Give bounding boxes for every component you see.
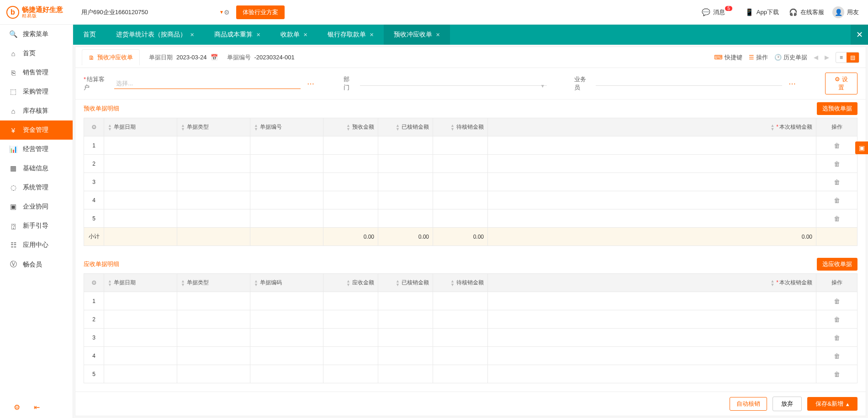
gear-icon[interactable]: ⚙ xyxy=(91,279,97,286)
table-row[interactable]: 3🗑 xyxy=(84,329,857,347)
prev-icon[interactable]: ◀ xyxy=(814,54,818,61)
table-row[interactable]: 1🗑 xyxy=(84,136,857,155)
sort-icon[interactable]: ▲▼ xyxy=(254,124,258,131)
delete-icon[interactable]: 🗑 xyxy=(834,334,840,341)
sidebar-item-9[interactable]: ▣企业协同 xyxy=(0,197,73,216)
customer-input[interactable] xyxy=(114,78,301,89)
sidebar-item-11[interactable]: ☷应用中心 xyxy=(0,235,73,255)
delete-icon[interactable]: 🗑 xyxy=(834,178,840,186)
sort-icon[interactable]: ▲▼ xyxy=(181,279,185,287)
company-name: 用户690企业1660120750 xyxy=(81,8,148,16)
sidebar-item-label: 企业协同 xyxy=(23,203,48,211)
history-link[interactable]: 🕑历史单据 xyxy=(774,53,807,62)
doc-date[interactable]: 2023-03-24 xyxy=(176,54,207,61)
sidebar-item-7[interactable]: ▦基础信息 xyxy=(0,159,73,178)
sort-icon[interactable]: ▲▼ xyxy=(770,279,774,287)
table-row[interactable]: 5🗑 xyxy=(84,365,857,383)
delete-icon[interactable]: 🗑 xyxy=(834,352,840,360)
dept-select[interactable]: ▼ xyxy=(360,82,547,86)
delete-icon[interactable]: 🗑 xyxy=(834,316,840,323)
table-row[interactable]: 2🗑 xyxy=(84,155,857,173)
discard-button[interactable]: 放弃 xyxy=(773,397,802,411)
sort-icon[interactable]: ▲▼ xyxy=(108,124,112,131)
close-icon[interactable]: ✕ xyxy=(436,32,440,38)
sidebar-icon: ⍰ xyxy=(9,222,17,230)
table-row[interactable]: 4🗑 xyxy=(84,191,857,209)
messages-link[interactable]: 💬 消息 5 xyxy=(702,8,735,16)
sidebar-item-3[interactable]: ⬚采购管理 xyxy=(0,82,73,101)
gear-icon[interactable]: ⚙ xyxy=(91,124,97,131)
service-link[interactable]: 🎧 在线客服 xyxy=(789,8,824,16)
sort-icon[interactable]: ▲▼ xyxy=(181,124,185,131)
close-all-tabs[interactable]: ✕ xyxy=(851,25,868,45)
sidebar-item-12[interactable]: Ⓥ畅会员 xyxy=(0,255,73,274)
sort-icon[interactable]: ▲▼ xyxy=(450,124,455,131)
sidebar-item-2[interactable]: ⎘销售管理 xyxy=(0,63,73,82)
tab-1[interactable]: 进货单统计表（按商品）✕ xyxy=(106,25,204,45)
close-icon[interactable]: ✕ xyxy=(190,32,194,38)
customer-lookup-icon[interactable]: ⋯ xyxy=(305,79,316,88)
delete-icon[interactable]: 🗑 xyxy=(834,160,840,167)
delete-icon[interactable]: 🗑 xyxy=(834,142,840,149)
save-button[interactable]: 保存&新增▴ xyxy=(807,397,857,411)
sort-icon[interactable]: ▲▼ xyxy=(254,279,258,287)
table-row[interactable]: 5🗑 xyxy=(84,209,857,228)
sort-icon[interactable]: ▲▼ xyxy=(770,124,774,131)
sidebar-item-10[interactable]: ⍰新手引导 xyxy=(0,216,73,235)
next-icon[interactable]: ▶ xyxy=(825,54,829,61)
page-tab[interactable]: 🗎 预收冲应收单 xyxy=(82,49,140,65)
select-receivable-button[interactable]: 选应收单据 xyxy=(817,258,857,271)
tab-0[interactable]: 首页 xyxy=(73,25,106,45)
operate-link[interactable]: ☰操作 xyxy=(749,53,768,62)
view-list[interactable]: ≡ xyxy=(836,52,847,63)
auto-writeoff-button[interactable]: 自动核销 xyxy=(730,397,767,411)
chevron-down-icon: ▼ xyxy=(219,10,224,15)
delete-icon[interactable]: 🗑 xyxy=(834,215,840,222)
sort-icon[interactable]: ▲▼ xyxy=(108,279,112,287)
settings-button[interactable]: ⚙ 设置 xyxy=(825,73,857,94)
float-panel[interactable]: ▣ xyxy=(855,141,868,154)
sort-icon[interactable]: ▲▼ xyxy=(346,124,350,131)
view-detail[interactable]: ▤ xyxy=(847,52,859,63)
experience-button[interactable]: 体验行业方案 xyxy=(236,5,285,19)
delete-icon[interactable]: 🗑 xyxy=(834,298,840,305)
avatar[interactable]: 👤 xyxy=(832,6,844,18)
table-row[interactable]: 2🗑 xyxy=(84,310,857,329)
sidebar-item-label: 搜索菜单 xyxy=(23,30,48,38)
sidebar-item-1[interactable]: ⌂首页 xyxy=(0,44,73,63)
tab-5[interactable]: 预收冲应收单✕ xyxy=(384,25,450,45)
sidebar-item-4[interactable]: ⌂库存核算 xyxy=(0,101,73,120)
shortcut-link[interactable]: ⌨快捷键 xyxy=(714,53,742,62)
table-row[interactable]: 3🗑 xyxy=(84,173,857,191)
app-download-link[interactable]: 📱 App下载 xyxy=(745,8,779,16)
sidebar-item-5[interactable]: ¥资金管理 xyxy=(0,120,73,140)
sort-icon[interactable]: ▲▼ xyxy=(396,124,400,131)
delete-icon[interactable]: 🗑 xyxy=(834,371,840,378)
sort-icon[interactable]: ▲▼ xyxy=(450,279,455,287)
sort-icon[interactable]: ▲▼ xyxy=(346,279,350,287)
sidebar-item-0[interactable]: 🔍搜索菜单 xyxy=(0,25,73,44)
collapse-icon[interactable]: ⇤ xyxy=(34,403,40,412)
sidebar-item-6[interactable]: 📊经营管理 xyxy=(0,140,73,159)
tab-4[interactable]: 银行存取款单✕ xyxy=(318,25,384,45)
tab-2[interactable]: 商品成本重算✕ xyxy=(204,25,270,45)
sidebar-item-8[interactable]: ◌系统管理 xyxy=(0,178,73,197)
close-icon[interactable]: ✕ xyxy=(370,32,374,38)
salesperson-lookup-icon[interactable]: ⋯ xyxy=(787,79,798,88)
tab-3[interactable]: 收款单✕ xyxy=(270,25,318,45)
chevron-down-icon: ▼ xyxy=(540,84,545,89)
gear-icon[interactable]: ⚙ xyxy=(224,9,230,16)
sort-icon[interactable]: ▲▼ xyxy=(396,279,400,287)
table-row[interactable]: 4🗑 xyxy=(84,347,857,365)
table-row[interactable]: 1🗑 xyxy=(84,292,857,310)
settings-icon[interactable]: ⚙ xyxy=(14,403,20,412)
calendar-icon[interactable]: 📅 xyxy=(211,54,218,61)
close-icon[interactable]: ✕ xyxy=(256,32,260,38)
select-prepay-button[interactable]: 选预收单据 xyxy=(817,102,857,115)
close-icon[interactable]: ✕ xyxy=(303,32,307,38)
view-toggle[interactable]: ≡ ▤ xyxy=(836,52,859,63)
user-name[interactable]: 用友 xyxy=(847,8,859,16)
delete-icon[interactable]: 🗑 xyxy=(834,197,840,204)
company-select[interactable]: 用户690企业1660120750 ▼ xyxy=(81,8,224,16)
salesperson-select[interactable] xyxy=(596,82,782,86)
